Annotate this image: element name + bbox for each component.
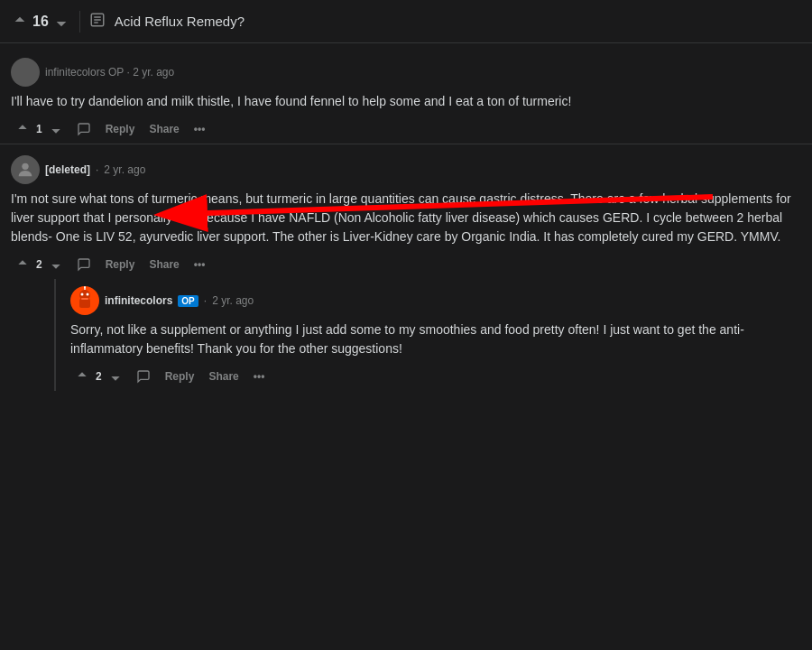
main-comment-timestamp: · xyxy=(96,163,98,176)
reply-comment-downvote[interactable] xyxy=(104,367,127,386)
reply-comment-share-button[interactable]: Share xyxy=(203,367,244,386)
post-title: Acid Reflux Remedy? xyxy=(115,14,245,29)
header-vote-count: 16 xyxy=(32,14,49,30)
top-comment-upvote[interactable] xyxy=(11,119,34,139)
top-comment-comment-icon[interactable] xyxy=(71,118,97,140)
reply-comment-time: 2 yr. ago xyxy=(212,294,254,307)
header-vote-section: 16 xyxy=(11,13,70,31)
svg-point-4 xyxy=(22,163,28,170)
main-comment-share-button[interactable]: Share xyxy=(143,255,184,274)
svg-point-11 xyxy=(84,286,86,288)
downvote-icon xyxy=(54,14,69,29)
header-divider xyxy=(79,11,80,32)
header-upvote-button[interactable] xyxy=(11,13,29,31)
main-comment-more-button[interactable]: ••• xyxy=(189,255,211,274)
main-comment: [deleted] · 2 yr. ago I'm not sure what … xyxy=(0,148,812,395)
reply-comment-reply-button[interactable]: Reply xyxy=(160,367,200,386)
top-comment-avatar xyxy=(11,58,40,87)
main-comment-avatar xyxy=(11,155,40,184)
main-comment-author: [deleted] xyxy=(45,163,90,176)
reply-comment-vote: 2 xyxy=(70,367,127,386)
main-comment-vote-count: 2 xyxy=(36,258,42,271)
top-comment: infinitecolors OP · 2 yr. ago I'll have … xyxy=(0,51,812,144)
header-downvote-button[interactable] xyxy=(52,13,70,31)
top-comment-vote: 1 xyxy=(11,119,68,139)
main-comment-reply-button[interactable]: Reply xyxy=(100,255,141,274)
reply-comment-more-button[interactable]: ••• xyxy=(248,367,271,386)
reply-thread: infinitecolors OP · 2 yr. ago Sorry, not… xyxy=(54,279,801,391)
comments-content: infinitecolors OP · 2 yr. ago I'll have … xyxy=(0,43,812,402)
reply-op-badge: OP xyxy=(178,295,198,307)
main-comment-body: I'm not sure what tons of turmeric means… xyxy=(11,190,801,246)
main-comment-header: [deleted] · 2 yr. ago xyxy=(11,155,801,184)
top-comment-header: infinitecolors OP · 2 yr. ago xyxy=(11,58,801,87)
svg-rect-6 xyxy=(79,299,90,308)
reply-comment-vote-count: 2 xyxy=(96,370,102,383)
reply-comment-icon[interactable] xyxy=(131,366,156,387)
post-type-icon xyxy=(89,12,106,31)
main-comment-downvote[interactable] xyxy=(44,255,68,274)
post-header: 16 Acid Reflux Remedy? xyxy=(0,0,812,43)
upvote-icon xyxy=(13,14,27,29)
svg-rect-9 xyxy=(81,298,88,300)
reply-comment-author: infinitecolors xyxy=(105,294,172,307)
top-comment-reply-button[interactable]: Reply xyxy=(100,119,141,139)
top-comment-more-button[interactable]: ••• xyxy=(189,119,211,139)
reply-comment-actions: 2 Reply Share ••• xyxy=(70,366,801,387)
top-comment-vote-count: 1 xyxy=(36,123,42,135)
top-comment-downvote[interactable] xyxy=(44,119,68,139)
main-comment-actions: 2 Reply Share ••• xyxy=(11,254,801,275)
reply-comment-body: Sorry, not like a supplement or anything… xyxy=(70,320,801,358)
main-comment-comment-icon[interactable] xyxy=(71,254,97,275)
reply-comment-separator: · xyxy=(204,294,207,307)
reply-comment-avatar xyxy=(70,286,99,315)
top-comment-actions: 1 Reply Share ••• xyxy=(11,118,801,140)
svg-point-8 xyxy=(87,293,89,296)
main-comment-upvote[interactable] xyxy=(11,255,34,274)
reply-comment-upvote[interactable] xyxy=(70,367,94,386)
reply-comment-header: infinitecolors OP · 2 yr. ago xyxy=(70,286,801,315)
svg-point-7 xyxy=(81,293,84,296)
top-comment-author: infinitecolors OP · 2 yr. ago xyxy=(45,66,174,79)
main-comment-vote: 2 xyxy=(11,255,68,274)
top-comment-share-button[interactable]: Share xyxy=(143,119,184,139)
main-comment-time: 2 yr. ago xyxy=(104,163,145,176)
reply-comment: infinitecolors OP · 2 yr. ago Sorry, not… xyxy=(70,279,801,391)
top-comment-body: I'll have to try dandelion and milk this… xyxy=(11,92,801,111)
